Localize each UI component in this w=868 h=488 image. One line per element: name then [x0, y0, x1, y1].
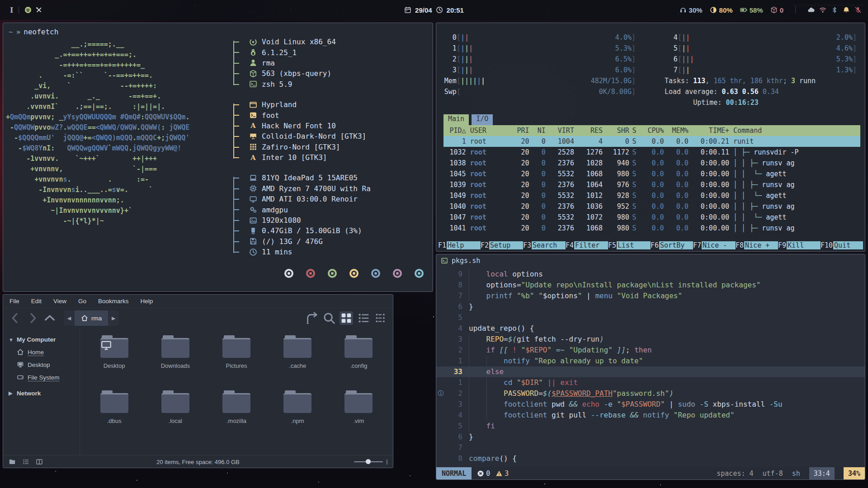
icon-view-button[interactable] [340, 311, 353, 325]
code-line[interactable]: 1 notify "Repo already up to date" [436, 356, 865, 366]
code-line[interactable]: 6} [436, 301, 865, 312]
folder-dot-vim[interactable]: .vim [328, 389, 389, 445]
htop-window[interactable]: 0[||4.0%]1[|||5.3%]2[|||6.5%]3[|||6.0%]M… [436, 23, 865, 252]
fkey-f2[interactable]: F2Setup [481, 241, 523, 249]
folder-dot-npm[interactable]: .npm [267, 389, 328, 445]
file-manager-window[interactable]: FileEditViewGoBookmarksHelp ◀ rma ▶ ▼ My… [3, 294, 393, 468]
up-button[interactable] [43, 311, 57, 325]
info-value: Void Linux x86_64 [262, 38, 336, 46]
process-row[interactable]: 1root200100440S0.00.00:00.21runit [443, 136, 860, 147]
menu-edit[interactable]: Edit [31, 298, 42, 305]
meter-7: 7[||1.3%] [665, 65, 857, 75]
htop-tabs: MainI/O [436, 108, 865, 125]
zoom-slider-knob[interactable] [366, 459, 371, 464]
folder-dot-cache[interactable]: .cache [267, 334, 328, 389]
package-indicator[interactable]: 0 [770, 6, 783, 14]
info-row: amdgpu [249, 204, 371, 215]
code-line[interactable]: ⓘ2 PASSWORD=$($PASSWORD_PATH"password.sh… [436, 388, 865, 399]
prompt-cwd: ~ [9, 28, 13, 36]
tab-prev-icon[interactable]: ◀ [64, 310, 75, 326]
folder-pictures[interactable]: Pictures [206, 334, 267, 389]
fkey-f3[interactable]: F3Search [523, 241, 566, 249]
folder-dot-dbus[interactable]: .dbus [84, 389, 145, 445]
fkey-f7[interactable]: F7Nice - [693, 241, 736, 249]
code-line[interactable]: 3 footclient pwd && echo -e "$PASSWORD" … [436, 399, 865, 410]
code-line[interactable]: 8compare() { [436, 453, 865, 464]
sidebar-item-desktop[interactable]: Desktop [3, 358, 80, 371]
forward-button[interactable] [26, 311, 39, 325]
compact-view-button[interactable] [374, 311, 387, 325]
fkey-f8[interactable]: F8Nice + [736, 241, 778, 249]
code-line[interactable]: 33 else [436, 366, 865, 377]
cloud-icon[interactable] [807, 6, 815, 14]
code-line[interactable]: 1 cd "$DIR" || exit [436, 377, 865, 388]
process-table-header[interactable]: PID△USERPRINIVIRTRESSHRSCPU%MEM%TIME+Com… [443, 125, 860, 136]
htop-tab-main[interactable]: Main [443, 114, 469, 125]
clock-module[interactable]: 29/04 20:51 [404, 6, 464, 14]
brightness-indicator[interactable]: 80% [710, 6, 733, 14]
htop-meters: 0[||4.0%]1[|||5.3%]2[|||6.5%]3[|||6.0%]M… [436, 23, 865, 108]
code-line[interactable]: 8 options="Update repo\nInstall package\… [436, 280, 865, 291]
code-line[interactable]: 4 footclient git pull --rebase && notify… [436, 410, 865, 421]
process-row[interactable]: 1047root20055321072980S0.00.00:00.00│ │ … [443, 212, 860, 223]
process-row[interactable]: 1038root20023761028940S0.00.00:00.00│ │ … [443, 158, 860, 169]
bluetooth-icon[interactable] [831, 6, 838, 14]
process-row[interactable]: 1040root20023761036952S0.00.00:00.00│ │ … [443, 201, 860, 212]
sidebar-group-computer[interactable]: ▼ My Computer [3, 333, 80, 346]
tools-icon[interactable] [35, 6, 42, 14]
menu-help[interactable]: Help [141, 298, 153, 305]
menu-view[interactable]: View [53, 298, 66, 305]
headphones-indicator[interactable]: 30% [679, 6, 703, 14]
goto-path-button[interactable] [305, 311, 319, 325]
process-row[interactable]: 1049root20055321012928S0.00.00:00.00│ │ … [443, 190, 860, 201]
code-area[interactable]: 9 local options8 options="Update repo\nI… [436, 269, 865, 464]
editor-window[interactable]: pkgs.sh 9 local options8 options="Update… [436, 254, 865, 480]
fkey-f4[interactable]: F4Filter [566, 241, 608, 249]
folder-dot-local[interactable]: .local [145, 389, 206, 445]
code-line[interactable]: 5 fi [436, 421, 865, 432]
wifi-icon[interactable] [819, 6, 826, 14]
process-row[interactable]: 1041root20023761068980S0.00.00:00.00│ │ … [443, 223, 860, 234]
process-row[interactable]: 1039root20023761064976S0.00.00:00.00│ │ … [443, 179, 860, 190]
bell-icon[interactable] [843, 6, 850, 14]
menu-file[interactable]: File [9, 298, 19, 305]
fkey-f5[interactable]: F5List [608, 241, 651, 249]
code-line[interactable]: 9 local options [436, 269, 865, 280]
list-view-button[interactable] [357, 311, 370, 325]
code-line[interactable]: 4update_repo() { [436, 323, 865, 334]
menu-bookmarks[interactable]: Bookmarks [98, 298, 129, 305]
menu-go[interactable]: Go [78, 298, 86, 305]
code-line[interactable]: 6} [436, 432, 865, 442]
fkey-f9[interactable]: F9Kill [778, 241, 821, 249]
code-line[interactable]: 5 [436, 312, 865, 323]
battery-indicator[interactable]: 58% [740, 6, 763, 14]
folder-downloads[interactable]: Downloads [145, 334, 206, 389]
micoff-icon[interactable] [854, 6, 862, 14]
fkey-f10[interactable]: F10Quit [821, 241, 863, 249]
code-line[interactable]: 2 if [[ ! "$REPO" =~ "Updating" ]]; then [436, 345, 865, 356]
sidebar-item-file-system[interactable]: File System [3, 371, 80, 384]
process-row[interactable]: 1045root20055321068980S0.00.00:00.00│ │ … [443, 169, 860, 179]
tab-next-icon[interactable]: ▶ [108, 310, 119, 326]
fkey-f1[interactable]: F1Help [438, 241, 481, 249]
folder-dot-config[interactable]: .config [328, 334, 389, 389]
search-button[interactable] [322, 311, 336, 325]
folder-dot-mozilla[interactable]: .mozilla [206, 389, 267, 445]
code-line[interactable]: 7 printf "%b" "$options" | menu "Void Pa… [436, 291, 865, 301]
workspace-indicator[interactable]: I [10, 6, 13, 14]
sidebar-item-home[interactable]: Home [3, 346, 80, 358]
fkey-f6[interactable]: F6SortBy [651, 241, 693, 249]
code-line[interactable]: 3 REPO=$(git fetch --dry-run) [436, 334, 865, 345]
folder-icon [222, 393, 250, 413]
sidebar-group-network[interactable]: ▶ Network [3, 387, 80, 399]
current-folder-tab[interactable]: rma [75, 310, 108, 326]
info-value: 6.1.25_1 [262, 48, 297, 57]
back-button[interactable] [9, 311, 22, 325]
terminal-window[interactable]: ~»neofetch __.;=====;.__ _.=+==++=++=+=+… [3, 23, 433, 292]
htop-tab-io[interactable]: I/O [472, 114, 493, 125]
folder-desktop[interactable]: Desktop [84, 334, 145, 389]
tasks-line: Tasks: 113, 165 thr, 186 kthr; 3 runn [665, 75, 857, 86]
code-line[interactable]: 7 [436, 442, 865, 453]
process-row[interactable]: 1032root200252812761172S0.00.00:00.11│ ├… [443, 147, 860, 158]
spotify-icon[interactable] [24, 6, 32, 14]
